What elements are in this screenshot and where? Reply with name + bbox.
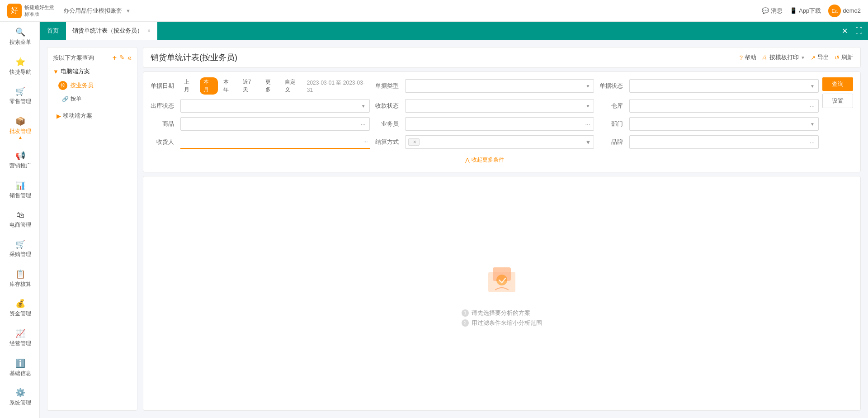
collect-status-select[interactable]: ▼ bbox=[405, 99, 594, 113]
sidebar-item-ecommerce[interactable]: 🛍 电商管理 bbox=[0, 205, 39, 234]
filter-field-warehouse: 仓库 ··· bbox=[599, 99, 819, 113]
date-tab-year[interactable]: 本年 bbox=[220, 77, 237, 95]
goods-select[interactable]: ··· bbox=[180, 117, 370, 131]
phone-icon: 📱 bbox=[790, 7, 797, 14]
filter-field-collect-status: 收款状态 ▼ bbox=[375, 99, 594, 113]
message-icon: 💬 bbox=[762, 7, 769, 14]
left-panel: 按以下方案查询 + ✎ « ▼ 电脑端方案 按 bbox=[47, 47, 137, 411]
user-avatar[interactable]: Ea demo2 bbox=[828, 5, 861, 17]
tab-close-icon[interactable]: × bbox=[147, 28, 151, 34]
warehouse-select[interactable]: ··· bbox=[629, 99, 819, 113]
right-panel: 销货单统计表(按业务员) ? 帮助 🖨 按模板打印 ▼ bbox=[143, 47, 861, 411]
filter-row-4: 收货人 ··· 结算方式 bbox=[151, 135, 819, 149]
sidebar-item-retail[interactable]: 🛒 零售管理 bbox=[0, 81, 39, 111]
filter-field-department: 部门 ▼ bbox=[599, 117, 819, 131]
brand-select[interactable]: ··· bbox=[629, 135, 819, 149]
print-dropdown-icon[interactable]: ▼ bbox=[801, 55, 805, 60]
department-select[interactable]: ▼ bbox=[629, 117, 819, 131]
tab-current[interactable]: 销货单统计表（按业务员） × bbox=[66, 22, 157, 40]
department-label: 部门 bbox=[599, 120, 627, 128]
app-download-btn[interactable]: 📱 App下载 bbox=[790, 7, 821, 15]
sidebar-item-enterprise[interactable]: 🤝 企业协同 bbox=[0, 412, 39, 418]
payment-label: 结算方式 bbox=[375, 138, 402, 146]
out-status-label: 出库状态 bbox=[151, 102, 178, 110]
filter-field-receiver: 收货人 ··· bbox=[151, 135, 370, 149]
scheme-sub-order[interactable]: 🔗 按单 bbox=[47, 93, 137, 105]
tab-bar-actions: ✕ ⛶ bbox=[839, 25, 868, 36]
sub-label: 按单 bbox=[71, 95, 81, 103]
filter-main: 单据日期 上月 本月 本年 近7天 更多 自定义 bbox=[151, 77, 853, 166]
sidebar-item-search-menu[interactable]: 🔍 搜索菜单 bbox=[0, 22, 39, 52]
order-status-select[interactable]: ▼ bbox=[629, 79, 819, 93]
caret-right-icon: ▶ bbox=[57, 113, 61, 119]
sidebar-item-marketing[interactable]: 📢 营销推广 bbox=[0, 145, 39, 175]
sidebar-item-purchase[interactable]: 🛒 采购管理 bbox=[0, 234, 39, 264]
salesperson-select[interactable]: ··· bbox=[405, 117, 594, 131]
help-btn[interactable]: ? 帮助 bbox=[740, 53, 756, 62]
payment-select[interactable]: × ▼ bbox=[405, 135, 594, 149]
out-status-select[interactable]: ▼ bbox=[180, 99, 370, 113]
tab-bar: 首页 销货单统计表（按业务员） × ✕ ⛶ bbox=[40, 22, 868, 40]
order-type-label: 单据类型 bbox=[375, 82, 402, 90]
basic-icon: ℹ️ bbox=[15, 358, 25, 368]
left-panel-title: 按以下方案查询 bbox=[53, 54, 94, 62]
export-icon: ↗ bbox=[811, 54, 816, 61]
scheme-group-mobile-header[interactable]: ▶ 移动端方案 bbox=[47, 109, 137, 123]
tab-expand-btn[interactable]: ⛶ bbox=[854, 25, 864, 36]
order-type-select[interactable]: ▼ bbox=[405, 79, 594, 93]
sidebar-item-basic[interactable]: ℹ️ 基础信息 bbox=[0, 353, 39, 383]
date-tab-more[interactable]: 更多 bbox=[262, 77, 279, 95]
sidebar-item-quick-nav[interactable]: ⭐ 快捷导航 bbox=[0, 52, 39, 81]
sidebar-item-system[interactable]: ⚙️ 系统管理 bbox=[0, 382, 39, 412]
empty-state: 1 请先选择要分析的方案 2 用过滤条件来缩小分析范围 bbox=[143, 176, 861, 411]
scheme-item-salesperson[interactable]: 按 按业务员 bbox=[47, 78, 137, 93]
scheme-group-desktop-header[interactable]: ▼ 电脑端方案 bbox=[47, 65, 137, 78]
message-btn[interactable]: 💬 消息 bbox=[762, 7, 783, 15]
print-icon: 🖨 bbox=[762, 54, 768, 61]
tab-close-all-btn[interactable]: ✕ bbox=[839, 25, 850, 36]
refresh-btn[interactable]: ↺ 刷新 bbox=[835, 53, 853, 62]
query-btn[interactable]: 查询 bbox=[822, 77, 853, 91]
setting-btn[interactable]: 设置 bbox=[822, 94, 853, 108]
operations-icon: 📈 bbox=[15, 328, 25, 338]
collapse-panel-btn[interactable]: « bbox=[127, 54, 132, 62]
brand-label: 品牌 bbox=[599, 138, 627, 146]
payment-tag: × bbox=[408, 138, 420, 146]
sidebar-item-operations[interactable]: 📈 经营管理 bbox=[0, 323, 39, 353]
scheme-group-desktop: ▼ 电脑端方案 按 按业务员 🔗 按单 bbox=[47, 65, 137, 105]
sidebar-item-sales[interactable]: 📊 销售管理 bbox=[0, 175, 39, 205]
sidebar-item-wholesale[interactable]: 📦 批发管理 ▲ bbox=[0, 111, 39, 146]
date-tab-current-month[interactable]: 本月 bbox=[200, 77, 217, 95]
collapse-up-icon: ⋀ bbox=[465, 157, 470, 163]
date-tab-last-month[interactable]: 上月 bbox=[180, 77, 198, 95]
sidebar-item-finance[interactable]: 💰 资金管理 bbox=[0, 293, 39, 323]
left-panel-header: 按以下方案查询 + ✎ « bbox=[47, 51, 137, 65]
date-tab-custom[interactable]: 自定义 bbox=[281, 77, 304, 95]
tip-num-2: 2 bbox=[462, 319, 469, 327]
print-btn[interactable]: 🖨 按模板打印 ▼ bbox=[762, 53, 805, 62]
export-btn[interactable]: ↗ 导出 bbox=[811, 53, 829, 62]
date-tab-7days[interactable]: 近7天 bbox=[239, 77, 260, 95]
ecommerce-icon: 🛍 bbox=[16, 210, 24, 220]
filter-card: 单据日期 上月 本月 本年 近7天 更多 自定义 bbox=[143, 71, 861, 172]
wholesale-icon: 📦 bbox=[15, 116, 25, 126]
edit-scheme-btn[interactable]: ✎ bbox=[119, 54, 125, 62]
purchase-icon: 🛒 bbox=[15, 239, 25, 249]
order-type-arrow: ▼ bbox=[585, 84, 590, 89]
tab-home[interactable]: 首页 bbox=[40, 22, 66, 40]
collect-status-arrow: ▼ bbox=[585, 104, 590, 109]
header-title: 办公用品行业模拟账套 bbox=[63, 7, 122, 15]
svg-point-2 bbox=[496, 275, 507, 285]
filter-field-order-type: 单据类型 ▼ bbox=[375, 79, 594, 93]
add-scheme-btn[interactable]: + bbox=[113, 54, 117, 62]
header-dropdown-icon[interactable]: ▼ bbox=[126, 8, 131, 14]
date-tabs: 上月 本月 本年 近7天 更多 自定义 bbox=[180, 77, 304, 95]
collapse-filter-btn[interactable]: ⋀ 收起更多条件 bbox=[151, 153, 819, 166]
payment-tag-close[interactable]: × bbox=[413, 139, 416, 145]
order-status-arrow: ▼ bbox=[810, 84, 815, 89]
main-layout: 🔍 搜索菜单 ⭐ 快捷导航 🛒 零售管理 📦 批发管理 ▲ 📢 营销推广 📊 销… bbox=[0, 22, 868, 418]
scheme-item-label: 按业务员 bbox=[70, 81, 94, 90]
logo: 好 畅捷通好生意 标准版 bbox=[7, 4, 54, 18]
date-range: 2023-03-01 至 2023-03-31 bbox=[307, 79, 370, 93]
sidebar-item-inventory[interactable]: 📋 库存核算 bbox=[0, 264, 39, 294]
